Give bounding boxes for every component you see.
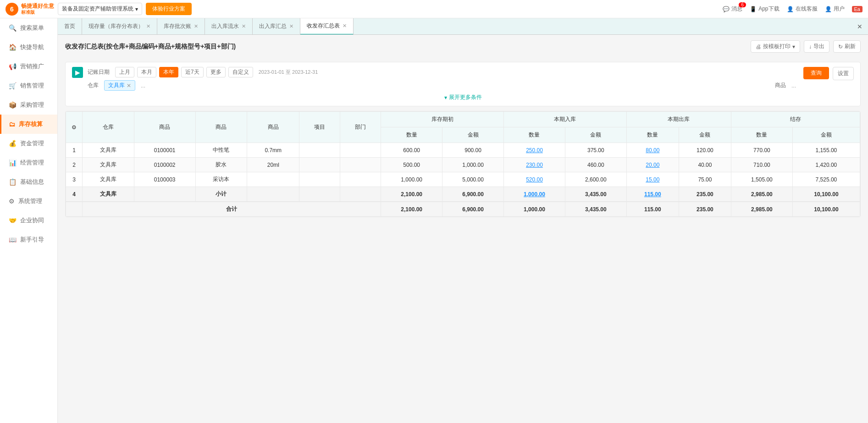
tab-inout-summary-close[interactable]: ✕	[289, 23, 293, 29]
date-btn-this-year[interactable]: 本年	[159, 67, 178, 77]
experience-button[interactable]: 体验行业方案	[146, 3, 192, 15]
cell-seq: 2	[66, 158, 83, 172]
th-goods-spec: 商品	[247, 112, 299, 143]
main-layout: 🔍 搜索菜单 🏠 快捷导航 📢 营销推广 🛒 销售管理 📦 采购管理 🗂 库存核…	[0, 18, 868, 423]
cell-warehouse: 文具库	[83, 187, 134, 202]
header-right: 💬 消息 6 📱 App下载 👤 在线客服 👤 用户 Ea	[723, 5, 862, 13]
th-out-amt: 金额	[679, 127, 731, 143]
print-dropdown-icon: ▾	[792, 44, 795, 50]
query-button[interactable]: 查询	[803, 67, 829, 79]
th-settings: ⚙	[66, 112, 83, 143]
cell-seq: 1	[66, 143, 83, 158]
date-btn-7days[interactable]: 近7天	[181, 67, 204, 77]
goods-more[interactable]: ...	[791, 82, 796, 89]
data-table: ⚙ 仓库 商品 商品 商品 项目 部门 库存期初 本期入库 本期出库 结存	[66, 111, 860, 217]
cell-opening-qty: 600.00	[381, 143, 442, 158]
date-btn-custom[interactable]: 自定义	[228, 67, 253, 77]
warehouse-tag-close[interactable]: ✕	[127, 82, 131, 89]
sidebar-item-finance[interactable]: 💰 资金管理	[0, 134, 57, 153]
sidebar-item-basic[interactable]: 📋 基础信息	[0, 172, 57, 192]
cell-in-qty[interactable]: 250.00	[504, 143, 565, 158]
sidebar-item-marketing[interactable]: 📢 营销推广	[0, 57, 57, 76]
cell-in-qty[interactable]: 230.00	[504, 158, 565, 172]
tab-inout-flow-close[interactable]: ✕	[242, 23, 246, 29]
support-icon: 👤	[787, 6, 794, 12]
user-nav[interactable]: 👤 用户	[825, 5, 845, 13]
message-nav[interactable]: 💬 消息 6	[723, 5, 742, 13]
logo-area: 6 畅捷通好生意 标准版	[6, 3, 54, 16]
cell-goods-spec: 0.7mm	[247, 143, 299, 158]
sidebar-item-system[interactable]: ⚙ 系统管理	[0, 192, 57, 211]
table-row: 3 文具库 0100003 采访本 1,000.00 5,000.00 520.…	[66, 172, 860, 187]
expand-more-btn[interactable]: ▾ 展开更多条件	[444, 93, 482, 101]
footer-opening-amt: 6,900.00	[442, 202, 504, 217]
warehouse-more[interactable]: ...	[141, 82, 145, 89]
sidebar-item-quick[interactable]: 🏠 快捷导航	[0, 38, 57, 57]
sidebar-item-operations[interactable]: 📊 经营管理	[0, 153, 57, 172]
expand-more-row: ▾ 展开更多条件	[72, 93, 854, 101]
cell-goods-code: 0100002	[134, 158, 195, 172]
sidebar-label-inventory: 库存核算	[19, 120, 43, 128]
brand-name: 畅捷通好生意	[21, 3, 54, 9]
setting-button[interactable]: 设置	[833, 67, 854, 80]
table-footer-row: 合计 2,100.00 6,900.00 1,000.00 3,435.00 1…	[66, 202, 860, 217]
settings-icon[interactable]: ⚙	[72, 124, 77, 131]
cell-balance-qty: 710.00	[731, 158, 792, 172]
system-title[interactable]: 装备及固定资产辅助管理系统 ▾	[58, 3, 142, 15]
export-button[interactable]: ↓ 导出	[804, 40, 829, 53]
tab-bar-close-all[interactable]: ✕	[851, 23, 868, 30]
warehouse-label: 仓库	[88, 82, 99, 89]
basic-icon: 📋	[9, 178, 17, 186]
sidebar-item-purchase[interactable]: 📦 采购管理	[0, 95, 57, 115]
th-balance-qty: 数量	[731, 127, 792, 143]
refresh-button[interactable]: ↻ 刷新	[833, 40, 861, 53]
cell-out-qty[interactable]: 20.00	[626, 158, 679, 172]
tab-home[interactable]: 首页	[58, 18, 82, 35]
cell-in-qty[interactable]: 520.00	[504, 172, 565, 187]
sidebar-item-search[interactable]: 🔍 搜索菜单	[0, 18, 57, 38]
page-actions: 🖨 按模板打印 ▾ ↓ 导出 ↻ 刷新	[751, 40, 861, 53]
footer-opening-qty: 2,100.00	[381, 202, 442, 217]
tab-inout-flow[interactable]: 出入库流水 ✕	[205, 18, 253, 35]
tab-recv-send[interactable]: 收发存汇总表 ✕	[300, 18, 354, 35]
sidebar-label-operations: 经营管理	[20, 159, 44, 167]
cell-opening-qty: 500.00	[381, 158, 442, 172]
message-icon: 💬	[723, 6, 730, 12]
cell-out-qty[interactable]: 15.00	[626, 172, 679, 187]
sidebar-label-basic: 基础信息	[20, 178, 44, 186]
chevron-down-icon: ▾	[444, 94, 447, 101]
tab-stock-dist[interactable]: 现存量（库存分布表） ✕	[82, 18, 157, 35]
sidebar-item-enterprise[interactable]: 🤝 企业协同	[0, 211, 57, 230]
sidebar-label-sales: 销售管理	[20, 82, 44, 90]
cell-opening-amt: 6,900.00	[442, 187, 504, 202]
filter-date-options: 上月 本月 本年 近7天 更多 自定义	[115, 67, 253, 77]
page-title: 收发存汇总表(按仓库+商品编码+商品+规格型号+项目+部门)	[65, 43, 236, 51]
tab-batch[interactable]: 库存批次账 ✕	[157, 18, 205, 35]
warehouse-tag[interactable]: 文具库 ✕	[104, 80, 135, 91]
date-btn-more[interactable]: 更多	[206, 67, 226, 77]
ea-label[interactable]: Ea	[852, 6, 862, 12]
print-button[interactable]: 🖨 按模板打印 ▾	[751, 40, 800, 53]
cell-balance-amt: 7,525.00	[792, 172, 860, 187]
ea-text: Ea	[852, 6, 862, 12]
sidebar-item-sales[interactable]: 🛒 销售管理	[0, 76, 57, 95]
tab-batch-close[interactable]: ✕	[194, 23, 198, 29]
th-warehouse: 仓库	[83, 112, 134, 143]
th-opening: 库存期初	[381, 112, 504, 127]
date-btn-this-month[interactable]: 本月	[137, 67, 156, 77]
sidebar-item-guide[interactable]: 📖 新手引导	[0, 230, 57, 249]
date-btn-last-month[interactable]: 上月	[115, 67, 134, 77]
online-support-nav[interactable]: 👤 在线客服	[787, 5, 818, 13]
cell-out-qty[interactable]: 115.00	[626, 187, 679, 202]
cell-in-qty[interactable]: 1,000.00	[504, 187, 565, 202]
filter-expand-arrow[interactable]: ▶	[72, 67, 83, 78]
cell-in-amt: 375.00	[565, 143, 626, 158]
app-download-nav[interactable]: 📱 App下载	[750, 5, 779, 13]
tab-inout-summary[interactable]: 出入库汇总 ✕	[253, 18, 300, 35]
footer-empty	[66, 202, 83, 217]
sidebar: 🔍 搜索菜单 🏠 快捷导航 📢 营销推广 🛒 销售管理 📦 采购管理 🗂 库存核…	[0, 18, 58, 423]
sidebar-item-inventory[interactable]: 🗂 库存核算	[0, 115, 57, 134]
tab-stock-dist-close[interactable]: ✕	[146, 23, 150, 29]
tab-recv-send-close[interactable]: ✕	[343, 23, 347, 29]
cell-out-qty[interactable]: 80.00	[626, 143, 679, 158]
